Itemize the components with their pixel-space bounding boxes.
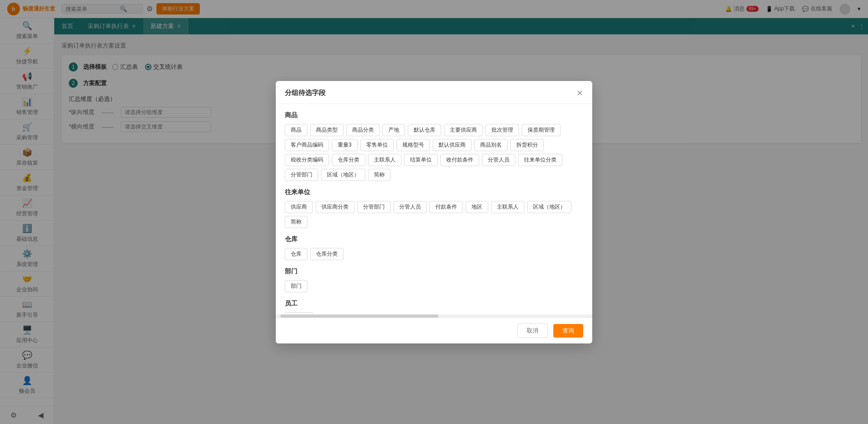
field-tag-3-0[interactable]: 部门 — [285, 280, 307, 292]
modal-close-btn[interactable]: ✕ — [576, 88, 583, 98]
field-section-2: 仓库 仓库仓库分类 — [285, 235, 583, 260]
field-tag-0-17[interactable]: 主联系人 — [368, 154, 401, 166]
field-section-0: 商品 商品商品类型商品分类产地默认仓库主要供应商批次管理保质期管理客户商品编码重… — [285, 111, 583, 181]
field-tag-0-1[interactable]: 商品类型 — [310, 124, 344, 136]
field-section-4: 员工 业务员 — [285, 300, 583, 315]
field-tag-1-6[interactable]: 主联系人 — [491, 201, 524, 213]
field-tag-1-1[interactable]: 供应商分类 — [316, 201, 354, 213]
field-section-1: 往来单位 供应商供应商分类分管部门分管人员付款条件地区主联系人区域（地区）简称 — [285, 188, 583, 228]
field-tag-0-23[interactable]: 区域（地区） — [321, 169, 365, 181]
field-tag-0-8[interactable]: 客户商品编码 — [285, 139, 329, 151]
field-tag-0-10[interactable]: 零售单位 — [360, 139, 394, 151]
field-tag-1-8[interactable]: 简称 — [285, 216, 307, 228]
field-tag-0-6[interactable]: 批次管理 — [486, 124, 519, 136]
modal-overlay: 分组待选字段 ✕ 商品 商品商品类型商品分类产地默认仓库主要供应商批次管理保质期… — [0, 0, 868, 424]
field-tag-0-24[interactable]: 简称 — [368, 169, 391, 181]
modal-title: 分组待选字段 — [285, 89, 326, 97]
field-tag-0-9[interactable]: 重量3 — [332, 139, 358, 151]
field-tag-1-4[interactable]: 付款条件 — [429, 201, 463, 213]
field-tags-2: 仓库仓库分类 — [285, 248, 583, 260]
modal-hscroll-thumb — [280, 314, 439, 317]
field-tag-2-1[interactable]: 仓库分类 — [310, 248, 344, 260]
field-tag-0-3[interactable]: 产地 — [382, 124, 405, 136]
field-tag-0-21[interactable]: 往来单位分类 — [518, 154, 562, 166]
field-tag-0-4[interactable]: 默认仓库 — [408, 124, 441, 136]
field-tag-0-12[interactable]: 默认供应商 — [433, 139, 472, 151]
modal-hscroll[interactable] — [276, 314, 592, 317]
field-tag-0-0[interactable]: 商品 — [285, 124, 307, 136]
field-tag-0-20[interactable]: 分管人员 — [482, 154, 515, 166]
modal-dialog: 分组待选字段 ✕ 商品 商品商品类型商品分类产地默认仓库主要供应商批次管理保质期… — [276, 81, 592, 343]
field-tags-1: 供应商供应商分类分管部门分管人员付款条件地区主联系人区域（地区）简称 — [285, 201, 583, 228]
field-tag-0-2[interactable]: 商品分类 — [346, 124, 380, 136]
field-tag-0-22[interactable]: 分管部门 — [285, 169, 318, 181]
modal-header: 分组待选字段 ✕ — [276, 81, 592, 104]
field-tag-0-18[interactable]: 结算单位 — [404, 154, 438, 166]
field-section-3: 部门 部门 — [285, 267, 583, 292]
field-tags-0: 商品商品类型商品分类产地默认仓库主要供应商批次管理保质期管理客户商品编码重量3零… — [285, 124, 583, 181]
section-title-1: 往来单位 — [285, 188, 583, 196]
field-tag-0-13[interactable]: 商品别名 — [474, 139, 508, 151]
modal-footer: 取消 查询 — [276, 318, 592, 343]
section-title-4: 员工 — [285, 300, 583, 308]
section-title-2: 仓库 — [285, 235, 583, 243]
field-tags-3: 部门 — [285, 280, 583, 292]
field-tag-1-2[interactable]: 分管部门 — [357, 201, 391, 213]
field-tag-2-0[interactable]: 仓库 — [285, 248, 307, 260]
field-tag-1-0[interactable]: 供应商 — [285, 201, 313, 213]
field-tag-0-16[interactable]: 仓库分类 — [332, 154, 365, 166]
field-tag-0-19[interactable]: 收付款条件 — [440, 154, 479, 166]
confirm-button[interactable]: 查询 — [553, 324, 583, 338]
field-tag-0-14[interactable]: 拆货积分 — [510, 139, 544, 151]
field-tag-0-7[interactable]: 保质期管理 — [522, 124, 561, 136]
field-tag-0-11[interactable]: 规格型号 — [396, 139, 430, 151]
field-tag-0-5[interactable]: 主要供应商 — [444, 124, 483, 136]
field-tag-1-5[interactable]: 地区 — [466, 201, 488, 213]
cancel-button[interactable]: 取消 — [517, 324, 548, 338]
section-title-3: 部门 — [285, 267, 583, 276]
field-tag-1-3[interactable]: 分管人员 — [393, 201, 427, 213]
field-tag-0-15[interactable]: 税收分类编码 — [285, 154, 329, 166]
field-tag-1-7[interactable]: 区域（地区） — [527, 201, 571, 213]
section-title-0: 商品 — [285, 111, 583, 119]
modal-body[interactable]: 商品 商品商品类型商品分类产地默认仓库主要供应商批次管理保质期管理客户商品编码重… — [276, 104, 592, 315]
